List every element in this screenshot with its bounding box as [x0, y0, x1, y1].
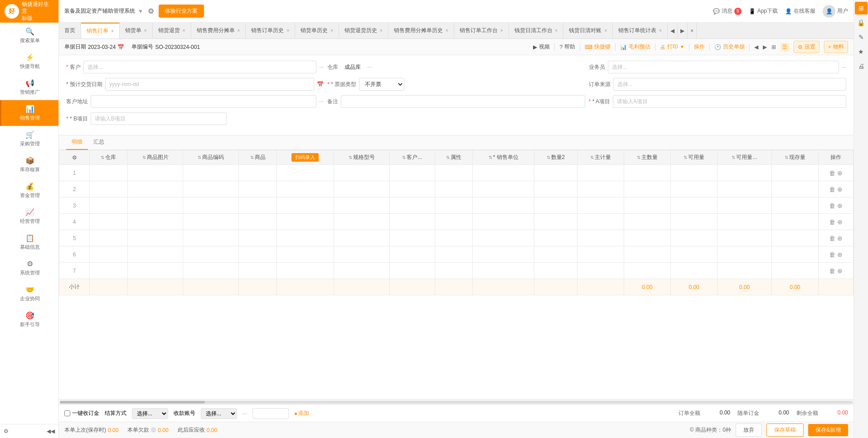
delivery-input[interactable]: [105, 78, 314, 91]
address-input[interactable]: [91, 95, 316, 108]
quick-order-checkbox[interactable]: [64, 410, 70, 416]
col-header-available2[interactable]: 可用量...: [718, 150, 772, 165]
calendar-icon[interactable]: 📅: [117, 44, 124, 50]
topbar-gear-icon[interactable]: ⚙: [148, 7, 154, 15]
tab-close-5[interactable]: ×: [286, 28, 289, 33]
col-header-spec[interactable]: 规格型号: [334, 150, 389, 165]
history-btn[interactable]: 🕐 历史单据: [714, 43, 745, 51]
tab-close-10[interactable]: ×: [555, 28, 558, 33]
operation-btn[interactable]: 操作: [694, 43, 705, 51]
payment-method-select[interactable]: 选择...: [132, 408, 168, 419]
a-project-input[interactable]: [613, 95, 846, 108]
col-header-main_qty[interactable]: 主数量: [624, 150, 670, 165]
col-header-qty2[interactable]: 数量2: [534, 150, 577, 165]
rp-icon-edit[interactable]: ✎: [855, 31, 868, 43]
invoice-select[interactable]: 不开票: [359, 78, 404, 91]
col-header-code[interactable]: 商品编码: [183, 150, 239, 165]
detail-tab-1[interactable]: 汇总: [88, 135, 110, 150]
tab-10[interactable]: 钱货日清工作台×: [509, 23, 564, 39]
delivery-calendar-icon[interactable]: 📅: [317, 81, 324, 87]
sidebar-item-7[interactable]: 📈 经营管理: [0, 203, 58, 229]
copy-icon[interactable]: ⊕: [837, 267, 843, 274]
tab-11[interactable]: 钱货日清对账×: [563, 23, 613, 39]
copy-icon[interactable]: ⊕: [837, 186, 843, 193]
col-header-settings[interactable]: ⚙: [59, 150, 90, 165]
col-header-product[interactable]: 商品: [239, 150, 277, 165]
salesperson-more-btn[interactable]: ···: [842, 64, 846, 70]
copy-icon[interactable]: ⊕: [837, 202, 843, 209]
sidebar-item-5[interactable]: 📦 库存核算: [0, 152, 58, 178]
tab-close-7[interactable]: ×: [380, 28, 383, 33]
customer-input[interactable]: [83, 61, 316, 73]
settings-btn[interactable]: ⚙ 设置: [794, 41, 820, 53]
sidebar-item-3[interactable]: 📊 销售管理: [0, 100, 58, 126]
amount-input[interactable]: 0.00: [252, 408, 289, 419]
arrow-right-btn[interactable]: ▶: [763, 44, 767, 50]
sidebar-item-2[interactable]: 📢 营销推广: [0, 74, 58, 100]
delete-icon[interactable]: 🗑: [829, 218, 835, 226]
sidebar-item-0[interactable]: 🔍 搜索菜单: [0, 23, 58, 48]
sidebar-item-10[interactable]: 🤝 企业协同: [0, 281, 58, 307]
col-header-warehouse[interactable]: 仓库: [90, 150, 128, 165]
warehouse-more-btn[interactable]: ···: [367, 64, 372, 70]
industry-btn[interactable]: 体验行业方案: [159, 5, 204, 18]
app-download-btn[interactable]: 📱 App下载: [749, 7, 778, 15]
scrollbar-thumb[interactable]: [60, 401, 205, 404]
tab-2[interactable]: 销货单×: [120, 23, 153, 39]
sidebar-item-11[interactable]: 🎯 新手引导: [0, 307, 58, 332]
table-wrapper[interactable]: ⚙仓库商品图片商品编码商品扫码录入规格型号客户...属性* 销售单位数量2主计量…: [59, 150, 853, 399]
col-header-image[interactable]: 商品图片: [127, 150, 183, 165]
message-btn[interactable]: 💬 消息 9: [713, 7, 742, 15]
profit-btn[interactable]: 📊 毛利预估: [620, 43, 650, 51]
online-service-btn[interactable]: 👤 在线客服: [785, 7, 815, 15]
save-draft-btn[interactable]: 保存草稿: [766, 424, 804, 437]
tab-8[interactable]: 销售费用分摊单历史×: [388, 23, 454, 39]
tab-close-6[interactable]: ×: [330, 28, 333, 33]
help-btn[interactable]: ? 帮助: [559, 43, 575, 51]
tab-7[interactable]: 销货退货历史×: [339, 23, 388, 39]
tab-close-3[interactable]: ×: [183, 28, 185, 33]
print-btn[interactable]: 🖨 打印 ▼: [660, 43, 684, 51]
tab-12[interactable]: 销售订单统计表×: [613, 23, 668, 39]
copy-icon[interactable]: ⊕: [837, 218, 843, 226]
col-header-sales_unit[interactable]: * 销售单位: [473, 150, 534, 165]
view-btn[interactable]: ▶ 视频: [533, 43, 550, 51]
sidebar-item-4[interactable]: 🛒 采购管理: [0, 126, 58, 152]
scan-btn[interactable]: 扫码录入: [291, 153, 319, 162]
tab-0[interactable]: 首页: [59, 23, 81, 39]
col-header-action[interactable]: 操作: [818, 150, 853, 165]
delete-icon[interactable]: 🗑: [829, 251, 835, 258]
address-more-btn[interactable]: ···: [319, 98, 324, 105]
col-header-customer_code[interactable]: 客户...: [389, 150, 435, 165]
delete-icon[interactable]: 🗑: [829, 267, 835, 274]
col-header-current[interactable]: 现存量: [771, 150, 818, 165]
save-new-btn[interactable]: 保存&新增: [808, 424, 848, 436]
add-material-btn[interactable]: + 物料: [824, 41, 848, 53]
sidebar-item-1[interactable]: ⚡ 快捷导航: [0, 48, 58, 74]
b-project-input[interactable]: [91, 112, 227, 125]
tab-close-11[interactable]: ×: [604, 28, 607, 33]
delete-icon[interactable]: 🗑: [829, 169, 835, 177]
customer-more-btn[interactable]: ···: [319, 64, 324, 70]
copy-icon[interactable]: ⊕: [837, 169, 843, 177]
discard-btn[interactable]: 放弃: [736, 424, 762, 437]
delete-icon[interactable]: 🗑: [829, 186, 835, 193]
order-source-input[interactable]: [613, 78, 846, 91]
copy-icon[interactable]: ⊕: [837, 235, 843, 242]
tab-close-4[interactable]: ×: [238, 28, 240, 33]
delete-icon[interactable]: 🗑: [829, 235, 835, 242]
col-header-available[interactable]: 可用量: [670, 150, 717, 165]
scrollbar-area[interactable]: [59, 399, 853, 404]
sidebar-item-6[interactable]: 💰 资金管理: [0, 178, 58, 203]
remarks-input[interactable]: [341, 95, 585, 108]
settings-icon[interactable]: ⚙: [4, 428, 9, 434]
tab-close-9[interactable]: ×: [500, 28, 503, 33]
dots-btn[interactable]: ···: [242, 410, 247, 417]
tab-9[interactable]: 销售订单工作台×: [454, 23, 509, 39]
delete-icon[interactable]: 🗑: [829, 202, 835, 209]
rp-icon-grid[interactable]: ⊞: [855, 2, 868, 14]
tab-4[interactable]: 销售费用分摊单×: [191, 23, 246, 39]
account-select[interactable]: 选择...: [201, 408, 237, 419]
tab-close-1[interactable]: ×: [111, 29, 114, 34]
rp-icon-print[interactable]: 🖨: [855, 60, 868, 72]
